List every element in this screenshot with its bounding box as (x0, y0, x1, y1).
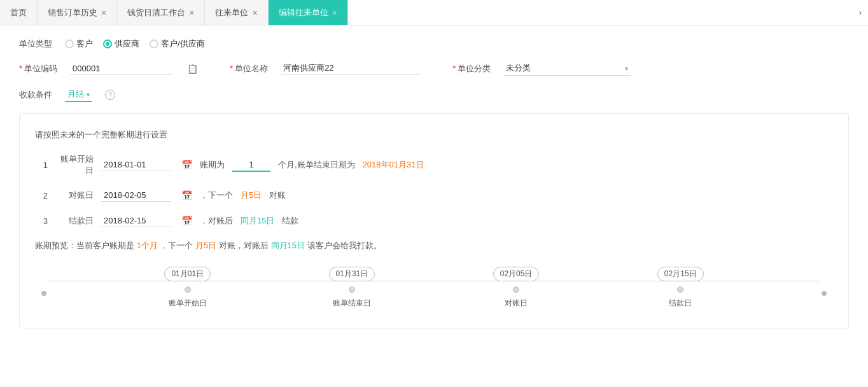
timeline-badge-4: 02月15日 (657, 267, 704, 281)
step-num-1: 1 (35, 160, 48, 170)
payment-chevron-icon: ▾ (87, 91, 90, 98)
step-num-3: 3 (35, 216, 48, 226)
radio-customer-label: 客户 (76, 38, 93, 50)
preview-p1-post: ，下一个 (160, 241, 193, 250)
code-name-category-row: *单位编码 📋 *单位名称 *单位分类 未分类 ▾ (19, 61, 849, 76)
timeline-right-dot (822, 267, 827, 309)
preview-p3-post: 该客户会给我打款。 (307, 241, 382, 250)
tab-sales-history[interactable]: 销售订单历史 × (38, 0, 117, 25)
tab-daily-work-close[interactable]: × (189, 8, 194, 17)
payment-row: 收款条件 月结 ▾ ? (19, 87, 849, 102)
preview-p2: 月5日 (195, 241, 216, 250)
step-row-2: 2 对账日 📅 ，下一个 月5日 对账 (35, 189, 833, 202)
step-label-1: 账单开始日 (55, 153, 94, 176)
radio-both[interactable]: 客户/供应商 (150, 38, 205, 50)
timeline-dot-2 (349, 286, 355, 293)
period-label: 账期为 (200, 159, 225, 171)
preview-label: 账期预览：当前客户账期是 (35, 241, 134, 250)
step-num-2: 2 (35, 191, 48, 201)
timeline-badge-1: 01月01日 (164, 267, 211, 281)
timeline-point-3: 02月05日 对账日 (493, 267, 540, 309)
pay-date-calendar-icon[interactable]: 📅 (181, 216, 192, 226)
unit-type-label: 单位类型 (19, 38, 52, 50)
recon-suffix-highlight: 月5日 (241, 190, 262, 201)
radio-customer[interactable]: 客户 (65, 38, 93, 50)
unit-type-row: 单位类型 客户 供应商 客户/供应商 (19, 38, 849, 50)
preview-p3: 同月15日 (271, 241, 305, 250)
tab-home[interactable]: 首页 (0, 0, 38, 25)
preview-p2-post: 对账，对账后 (219, 241, 269, 250)
radio-supplier-circle (103, 39, 112, 48)
recon-suffix-post: 对账 (269, 190, 286, 201)
radio-customer-circle (65, 39, 74, 48)
section-hint: 请按照未来的一个完整帐期进行设置 (35, 129, 833, 141)
timeline-point-1: 01月01日 账单开始日 (164, 267, 211, 309)
main-content: 单位类型 客户 供应商 客户/供应商 *单位编码 📋 *单位名称 (0, 25, 868, 387)
radio-supplier-label: 供应商 (115, 38, 139, 50)
radio-both-circle (150, 39, 158, 48)
tab-partner-close[interactable]: × (252, 8, 257, 17)
timeline-label-4: 结款日 (669, 298, 692, 309)
name-label: *单位名称 (230, 63, 268, 74)
tab-partner[interactable]: 往来单位 × (205, 0, 268, 25)
step-row-1: 1 账单开始日 📅 账期为 个月,账单结束日期为 2018年01月31日 (35, 153, 833, 176)
start-date-calendar-icon[interactable]: 📅 (181, 160, 192, 170)
pay-suffix-highlight: 同月15日 (241, 215, 274, 227)
payment-select[interactable]: 月结 ▾ (65, 87, 92, 102)
payment-value: 月结 (67, 88, 84, 100)
code-calendar-icon[interactable]: 📋 (187, 64, 198, 74)
step-row-3: 3 结款日 📅 ，对账后 同月15日 结款 (35, 215, 833, 227)
pay-suffix-pre: ，对账后 (200, 215, 233, 227)
radio-both-label: 客户/供应商 (161, 38, 205, 50)
timeline-point-2: 01月31日 账单结束日 (329, 267, 375, 309)
tab-bar: 首页 销售订单历史 × 钱货日清工作台 × 往来单位 × 编辑往来单位 × › (0, 0, 868, 25)
category-value: 未分类 (506, 62, 622, 74)
period-unit-text: 个月,账单结束日期为 (278, 159, 355, 171)
tab-daily-work[interactable]: 钱货日清工作台 × (117, 0, 205, 25)
timeline-label-1: 账单开始日 (169, 298, 207, 309)
timeline-dot-3 (513, 286, 519, 293)
recon-date-calendar-icon[interactable]: 📅 (181, 190, 192, 201)
start-date-input[interactable] (101, 158, 171, 171)
tab-more-button[interactable]: › (853, 0, 868, 25)
timeline-left-dot (41, 267, 46, 309)
code-label: *单位编码 (19, 63, 57, 74)
timeline-badge-3: 02月05日 (493, 267, 540, 281)
timeline-point-4: 02月15日 结款日 (657, 267, 704, 309)
step-label-3: 结款日 (55, 215, 94, 227)
category-select[interactable]: 未分类 ▾ (503, 61, 631, 76)
recon-date-input[interactable] (101, 189, 171, 202)
timeline-container: 01月01日 账单开始日 01月31日 账单结束日 02月05日 对账日 (35, 267, 833, 309)
timeline-end-dot (822, 291, 827, 296)
payment-help-icon[interactable]: ? (105, 90, 115, 100)
timeline-label-3: 对账日 (505, 298, 528, 309)
timeline-dot-4 (677, 286, 683, 293)
timeline-label-2: 账单结束日 (333, 298, 371, 309)
category-label: *单位分类 (452, 63, 491, 74)
tab-sales-history-close[interactable]: × (101, 8, 106, 17)
radio-supplier[interactable]: 供应商 (103, 38, 139, 50)
step-label-2: 对账日 (55, 190, 94, 201)
preview-text: 账期预览：当前客户账期是 1个月 ，下一个 月5日 对账，对账后 同月15日 该… (35, 240, 833, 251)
tab-edit-partner[interactable]: 编辑往来单位 × (269, 0, 348, 25)
period-value-input[interactable] (232, 158, 270, 172)
period-end-date: 2018年01月31日 (363, 159, 424, 171)
preview-p1: 1个月 (137, 241, 158, 250)
category-chevron-icon: ▾ (625, 65, 628, 72)
recon-suffix-pre: ，下一个 (200, 190, 233, 201)
code-input[interactable] (70, 62, 172, 75)
billing-section: 请按照未来的一个完整帐期进行设置 1 账单开始日 📅 账期为 个月,账单结束日期… (19, 113, 849, 328)
payment-label: 收款条件 (19, 89, 52, 101)
timeline-start-dot (41, 291, 46, 296)
name-input[interactable] (281, 62, 421, 75)
timeline-points: 01月01日 账单开始日 01月31日 账单结束日 02月05日 对账日 (41, 267, 827, 309)
pay-date-input[interactable] (101, 215, 171, 227)
pay-suffix-post: 结款 (282, 215, 298, 227)
unit-type-radio-group: 客户 供应商 客户/供应商 (65, 38, 205, 50)
timeline-dot-1 (185, 286, 191, 293)
timeline-badge-2: 01月31日 (329, 267, 375, 281)
tab-edit-partner-close[interactable]: × (332, 8, 337, 17)
